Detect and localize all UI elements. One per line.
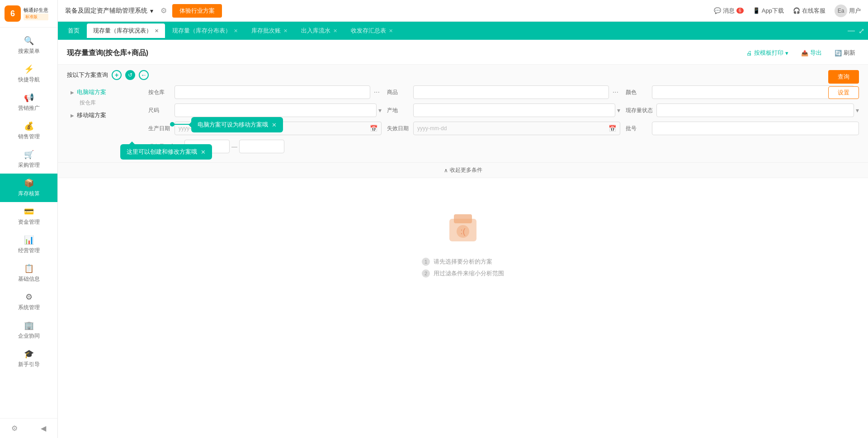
filter-area: 按以下方案查询 + ↺ ← 电脑方案可设为移动方案哦 ✕ 这里可以创建和修改方案… bbox=[58, 65, 868, 163]
sidebar-item-enterprise[interactable]: 🏢 企业协同 bbox=[0, 316, 57, 344]
sidebar-item-inventory[interactable]: 📦 库存核算 bbox=[0, 174, 57, 202]
tabs-minimize-btn[interactable]: — bbox=[848, 27, 855, 35]
tab2-close-icon[interactable]: ✕ bbox=[234, 28, 238, 34]
tab1-close-icon[interactable]: ✕ bbox=[155, 28, 159, 34]
empty-tips: 1 请先选择要分析的方案 2 用过滤条件来缩小分析范围 bbox=[422, 258, 504, 278]
expire-date-input[interactable]: yyyy-mm-dd 📅 bbox=[413, 122, 620, 135]
sidebar-item-label: 销售管理 bbox=[18, 133, 40, 141]
purchase-icon: 🛒 bbox=[24, 150, 34, 160]
tooltip2-text: 这里可以创建和修改方案哦 bbox=[127, 148, 197, 156]
sidebar-item-sales[interactable]: 💰 销售管理 bbox=[0, 117, 57, 145]
user-avatar: Ea bbox=[835, 5, 847, 17]
sidebar-item-finance[interactable]: 💳 资金管理 bbox=[0, 202, 57, 231]
sidebar-item-label: 经营管理 bbox=[18, 247, 40, 254]
sidebar-item-label: 营销推广 bbox=[18, 104, 40, 112]
field-stock-status: 现存量状态 ▾ bbox=[626, 104, 859, 117]
quick-icon: ⚡ bbox=[24, 64, 34, 74]
filter-arrow-btn[interactable]: ← bbox=[139, 70, 149, 80]
stock-status-dropdown-btn[interactable]: ▾ bbox=[856, 107, 859, 114]
set-btn[interactable]: 设置 bbox=[828, 86, 859, 99]
refresh-btn[interactable]: 🔄 刷新 bbox=[831, 47, 859, 59]
sidebar-item-basic[interactable]: 📋 基础信息 bbox=[0, 259, 57, 287]
sidebar: 6 畅通好生意 标准版 🔍 搜索菜单 ⚡ 快捷导航 📢 营销推广 💰 销售管理 … bbox=[0, 0, 58, 438]
tooltip2-close-btn[interactable]: ✕ bbox=[201, 149, 206, 155]
tabs-expand-btn[interactable]: ⤢ bbox=[859, 27, 864, 35]
stock-main-to-input[interactable] bbox=[239, 140, 284, 153]
basic-icon: 📋 bbox=[24, 264, 34, 273]
tab-home[interactable]: 首页 bbox=[61, 24, 86, 38]
finance-icon: 💳 bbox=[24, 207, 34, 217]
sidebar-item-operation[interactable]: 📊 经营管理 bbox=[0, 231, 57, 259]
svg-text::(: :( bbox=[461, 227, 466, 236]
field-origin: 产地 ▾ bbox=[387, 104, 620, 117]
print-dropdown-icon: ▾ bbox=[785, 50, 788, 57]
service-icon: 🎧 bbox=[793, 7, 800, 14]
empty-state-area: :( 1 请先选择要分析的方案 2 用过滤条件来缩小分析范围 bbox=[58, 178, 868, 305]
export-btn[interactable]: 📤 导出 bbox=[797, 47, 826, 59]
tabs-bar: 首页 现存量（库存状况表） ✕ 现存量（库存分布表） ✕ 库存批次账 ✕ 出入库… bbox=[58, 22, 868, 40]
origin-input[interactable] bbox=[413, 104, 615, 117]
tab5-close-icon[interactable]: ✕ bbox=[389, 28, 393, 34]
tip2-num: 2 bbox=[422, 269, 430, 278]
goods-dots-btn[interactable]: ··· bbox=[611, 88, 620, 96]
size-input[interactable] bbox=[175, 104, 377, 117]
filter-row-2: 尺码 ▾ 产地 ▾ bbox=[148, 104, 859, 117]
tab-stock-status[interactable]: 现存量（库存状况表） ✕ bbox=[87, 24, 165, 38]
tooltip1-close-btn[interactable]: ✕ bbox=[272, 122, 277, 128]
message-btn[interactable]: 💬 消息 6 bbox=[714, 7, 744, 15]
tab4-close-icon[interactable]: ✕ bbox=[333, 28, 337, 34]
print-btn[interactable]: 🖨 按模板打印 ▾ bbox=[743, 47, 792, 59]
warehouse-input[interactable] bbox=[175, 85, 370, 99]
scheme-mobile[interactable]: ▶ 移动端方案 bbox=[67, 108, 148, 122]
collapse-bar[interactable]: ∧ 收起更多条件 bbox=[58, 163, 868, 178]
field-goods: 商品 ··· bbox=[387, 85, 620, 99]
scheme-desktop[interactable]: ▶ 电脑端方案 bbox=[67, 85, 148, 99]
industry-btn[interactable]: 体验行业方案 bbox=[172, 4, 222, 18]
sidebar-item-search[interactable]: 🔍 搜索菜单 bbox=[0, 31, 57, 60]
search-btn[interactable]: 查询 bbox=[828, 70, 859, 84]
app-download-label: App下载 bbox=[762, 7, 784, 15]
tab3-close-icon[interactable]: ✕ bbox=[283, 28, 288, 34]
system-title-dropdown-icon[interactable]: ▾ bbox=[150, 7, 153, 14]
topbar-gear-icon[interactable]: ⚙ bbox=[160, 6, 167, 15]
app-download-btn[interactable]: 📱 App下载 bbox=[753, 7, 784, 15]
tab-batch[interactable]: 库存批次账 ✕ bbox=[245, 24, 294, 38]
filter-add-btn[interactable]: + bbox=[112, 70, 122, 80]
color-input[interactable] bbox=[652, 85, 854, 99]
user-area[interactable]: Ea 用户 bbox=[835, 5, 861, 17]
sidebar-item-system[interactable]: ⚙ 系统管理 bbox=[0, 287, 57, 316]
logo-title: 畅通好生意 bbox=[24, 7, 48, 14]
sidebar-item-marketing[interactable]: 📢 营销推广 bbox=[0, 88, 57, 117]
goods-input[interactable] bbox=[413, 85, 609, 99]
size-dropdown-btn[interactable]: ▾ bbox=[378, 107, 382, 114]
batch-input[interactable] bbox=[652, 122, 859, 135]
online-service-btn[interactable]: 🎧 在线客服 bbox=[793, 7, 826, 15]
warehouse-dots-btn[interactable]: ··· bbox=[372, 88, 382, 96]
logo-text-area: 畅通好生意 标准版 bbox=[24, 7, 48, 20]
filter-refresh-btn[interactable]: ↺ bbox=[125, 70, 135, 80]
tab-flow[interactable]: 出入库流水 ✕ bbox=[295, 24, 344, 38]
tab2-label: 现存量（库存分布表） bbox=[172, 27, 231, 35]
collapse-sidebar-btn[interactable]: ◀ bbox=[41, 424, 46, 433]
message-label: 消息 bbox=[723, 7, 735, 15]
stock-status-label: 现存量状态 bbox=[626, 107, 653, 114]
tab5-label: 收发存汇总表 bbox=[351, 27, 386, 35]
online-service-label: 在线客服 bbox=[802, 7, 826, 15]
user-label: 用户 bbox=[849, 7, 861, 15]
settings-bottom-btn[interactable]: ⚙ bbox=[11, 424, 18, 433]
tab-stock-dist[interactable]: 现存量（库存分布表） ✕ bbox=[166, 24, 244, 38]
message-badge: 6 bbox=[736, 8, 744, 14]
stock-status-input[interactable] bbox=[656, 104, 854, 117]
refresh-icon: 🔄 bbox=[835, 50, 842, 57]
print-label: 按模板打印 bbox=[754, 49, 783, 57]
page-actions: 🖨 按模板打印 ▾ 📤 导出 🔄 刷新 bbox=[743, 47, 859, 59]
sidebar-item-guide[interactable]: 🎓 新手引导 bbox=[0, 344, 57, 373]
refresh-label: 刷新 bbox=[844, 49, 855, 57]
origin-dropdown-btn[interactable]: ▾ bbox=[617, 107, 620, 114]
logo-badge: 标准版 bbox=[24, 14, 48, 20]
sidebar-item-purchase[interactable]: 🛒 采购管理 bbox=[0, 145, 57, 174]
enterprise-icon: 🏢 bbox=[24, 320, 34, 330]
tab-summary[interactable]: 收发存汇总表 ✕ bbox=[344, 24, 399, 38]
sidebar-item-quick[interactable]: ⚡ 快捷导航 bbox=[0, 60, 57, 88]
guide-icon: 🎓 bbox=[24, 349, 34, 359]
